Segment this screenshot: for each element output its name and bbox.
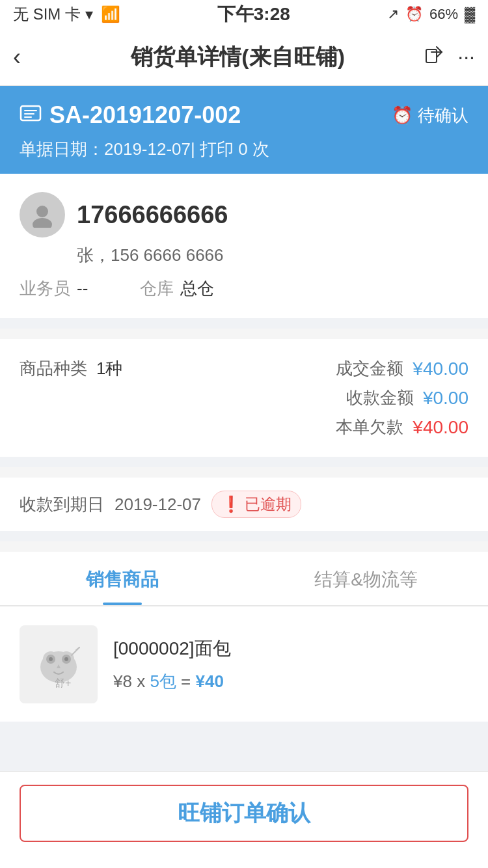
alarm-icon: ⏰	[405, 6, 423, 23]
divider-1	[0, 318, 488, 329]
tab-settlement[interactable]: 结算&物流等	[244, 552, 488, 605]
summary-left: 商品种类 1种	[20, 357, 323, 439]
svg-point-13	[49, 657, 53, 661]
avatar	[20, 192, 65, 237]
overdue-icon: ❗	[221, 495, 241, 513]
product-type-label: 商品种类	[20, 357, 87, 380]
page-title: 销货单详情(来自旺铺)	[52, 42, 424, 72]
product-thumbnail: 舒+	[20, 625, 98, 703]
divider-2	[0, 457, 488, 467]
salesperson-value: --	[77, 278, 88, 299]
product-type-value: 1种	[96, 357, 122, 380]
amount-row: 成交金额 ¥40.00	[336, 357, 468, 380]
confirm-order-button[interactable]: 旺铺订单确认	[20, 785, 468, 842]
summary-card: 商品种类 1种 成交金额 ¥40.00 收款金额 ¥0.00 本单欠款 ¥40.…	[0, 339, 488, 457]
order-id-text: SA-20191207-002	[49, 102, 241, 129]
nav-bar: ‹ 销货单详情(来自旺铺) ···	[0, 29, 488, 86]
warehouse-value: 总仓	[180, 277, 214, 300]
product-name: [0000002]面包	[113, 636, 468, 661]
product-info: [0000002]面包 ¥8 x 5包 = ¥40	[113, 636, 468, 693]
product-card: 舒+ [0000002]面包 ¥8 x 5包 = ¥40	[0, 607, 488, 722]
order-date-info: 单据日期：2019-12-07| 打印 0 次	[20, 138, 468, 161]
summary-right: 成交金额 ¥40.00 收款金额 ¥0.00 本单欠款 ¥40.00	[336, 357, 468, 439]
warehouse-item: 仓库 总仓	[140, 277, 214, 300]
customer-name: 张，156 6666 6666	[20, 244, 468, 267]
tab-products[interactable]: 销售商品	[0, 552, 244, 605]
more-icon[interactable]: ···	[457, 45, 475, 69]
due-label: 本单欠款	[336, 416, 403, 439]
amount-value: ¥40.00	[413, 359, 468, 379]
share-icon[interactable]	[424, 44, 444, 70]
svg-point-6	[36, 206, 48, 217]
overdue-text: 已逾期	[245, 494, 291, 515]
customer-card: 17666666666 张，156 6666 6666 业务员 -- 仓库 总仓	[0, 174, 488, 318]
status-text: 待确认	[418, 104, 468, 127]
tab-bar: 销售商品 结算&物流等	[0, 552, 488, 606]
order-status: ⏰ 待确认	[392, 104, 468, 127]
status-right: ↗ ⏰ 66% ▓	[387, 6, 475, 23]
warehouse-label: 仓库	[140, 277, 174, 300]
due-date-value: 2019-12-07	[115, 495, 201, 515]
nav-actions: ···	[424, 44, 475, 70]
clock-icon: ⏰	[392, 105, 413, 126]
salesperson-item: 业务员 --	[20, 277, 88, 300]
customer-phone: 17666666666	[77, 201, 228, 229]
back-button[interactable]: ‹	[13, 44, 52, 71]
total-value: ¥40	[195, 671, 223, 691]
svg-point-7	[33, 218, 52, 228]
status-left: 无 SIM 卡 ▾ 📶	[13, 4, 120, 25]
price-formula: ¥8 x	[113, 671, 150, 691]
location-icon: ↗	[387, 6, 399, 23]
amount-label: 成交金额	[336, 357, 403, 380]
order-header-top: SA-20191207-002 ⏰ 待确认	[20, 102, 468, 129]
salesperson-label: 业务员	[20, 277, 70, 300]
product-type-row: 商品种类 1种	[20, 357, 323, 380]
battery-level: 66%	[429, 6, 458, 23]
due-date-bar: 收款到期日 2019-12-07 ❗ 已逾期	[0, 478, 488, 531]
order-icon	[20, 102, 42, 129]
confirm-btn-wrap: 旺铺订单确认	[0, 771, 488, 868]
qty-value: 5包	[150, 671, 176, 691]
order-header-card: SA-20191207-002 ⏰ 待确认 单据日期：2019-12-07| 打…	[0, 86, 488, 174]
product-price: ¥8 x 5包 = ¥40	[113, 670, 468, 693]
customer-meta: 业务员 -- 仓库 总仓	[20, 277, 468, 300]
received-row: 收款金额 ¥0.00	[346, 387, 468, 409]
svg-point-14	[64, 657, 68, 661]
divider-3	[0, 531, 488, 541]
owl-icon: 舒+	[33, 636, 85, 693]
battery-icon: ▓	[465, 6, 475, 23]
customer-top: 17666666666	[20, 192, 468, 237]
due-date-label: 收款到期日	[20, 493, 104, 516]
received-value: ¥0.00	[423, 388, 468, 409]
received-label: 收款金额	[346, 387, 414, 409]
sim-label: 无 SIM 卡 ▾	[13, 4, 93, 25]
wifi-icon: 📶	[101, 5, 120, 23]
equals-sign: =	[176, 671, 196, 691]
status-time: 下午3:28	[217, 2, 290, 27]
due-row: 本单欠款 ¥40.00	[336, 416, 468, 439]
status-bar: 无 SIM 卡 ▾ 📶 下午3:28 ↗ ⏰ 66% ▓	[0, 0, 488, 29]
due-value: ¥40.00	[413, 417, 468, 438]
order-id: SA-20191207-002	[20, 102, 241, 129]
svg-text:舒+: 舒+	[55, 677, 71, 688]
overdue-badge: ❗ 已逾期	[211, 491, 301, 518]
